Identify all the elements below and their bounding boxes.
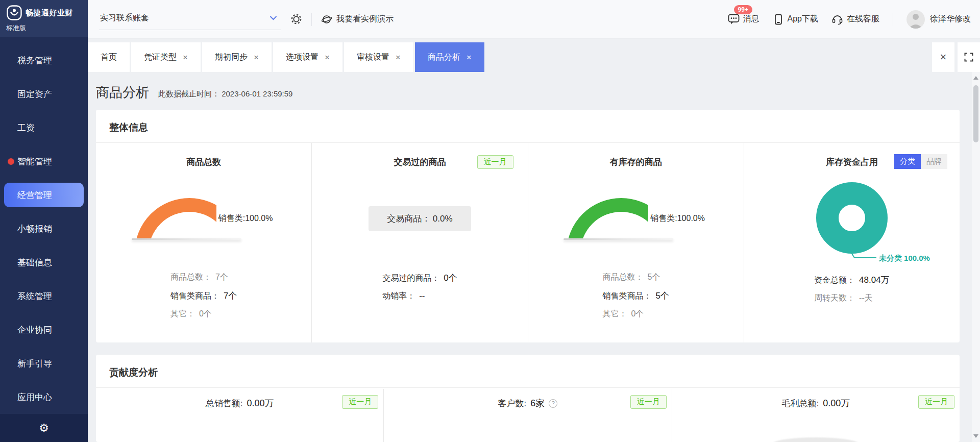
scrollbar-down-arrow[interactable] xyxy=(973,434,978,438)
tab-product-analysis[interactable]: 商品分析 × xyxy=(415,42,484,72)
toggle-category[interactable]: 分类 xyxy=(894,154,921,169)
account-name: 实习联系账套 xyxy=(100,13,149,23)
content: 商品分析 此数据截止时间： 2023-06-01 23:59:59 整体信息 商… xyxy=(88,72,980,442)
sidebar-item-tax[interactable]: 税务管理 xyxy=(0,43,88,77)
tab-close-icon[interactable]: × xyxy=(254,53,259,62)
topbar: 实习联系账套 我要看实例演示 xyxy=(88,0,980,39)
notification-dot xyxy=(8,158,14,165)
tabs: 首页 凭证类型 × 期初同步 × 选项设置 × 审核设置 × xyxy=(88,42,484,72)
col-total-sales: 总销售额: 0.00万 近一月 xyxy=(96,389,384,442)
online-service-button[interactable]: 在线客服 xyxy=(831,13,879,25)
tab-voucher-type[interactable]: 凭证类型 × xyxy=(131,42,201,72)
sidebar-item-app-center[interactable]: 应用中心 xyxy=(0,380,88,414)
help-icon[interactable]: ? xyxy=(549,399,557,408)
phone-icon xyxy=(773,14,784,25)
overview-panels: 商品总数 销售类:100.0% 商品总数：7个 销售类商品：7个 其它：0个 xyxy=(96,143,960,342)
chevron-down-icon xyxy=(270,16,277,20)
data-cutoff-timestamp: 此数据截止时间： 2023-06-01 23:59:59 xyxy=(158,86,292,99)
donut-callout: 未分类 100.0% xyxy=(846,247,930,261)
brand-logo-icon xyxy=(6,5,22,21)
sidebar-item-smart-management[interactable]: 智能管理 xyxy=(0,144,88,178)
gauge-baseline xyxy=(564,238,673,240)
globe-icon xyxy=(321,14,332,25)
sidebar-item-onboarding-guide[interactable]: 新手引导 xyxy=(0,347,88,380)
vertical-scrollbar[interactable] xyxy=(972,72,980,442)
tab-close-icon[interactable]: × xyxy=(396,53,401,62)
overview-section-title: 整体信息 xyxy=(96,110,960,134)
page-head: 商品分析 此数据截止时间： 2023-06-01 23:59:59 xyxy=(96,72,960,110)
headset-icon xyxy=(831,13,843,25)
panel-in-stock-products: 有库存的商品 销售类:100.0% 商品总数：5个 销售类商品：5个 其它：0个 xyxy=(528,143,744,342)
gauge-chart-total-products xyxy=(135,198,216,239)
traded-products-kpi-box: 交易商品： 0.0% xyxy=(369,206,471,231)
donut-chart-inventory-capital: 未分类 100.0% xyxy=(816,182,888,254)
sidebar-item-business-management[interactable]: 经营管理 xyxy=(4,183,84,207)
tab-close-icon[interactable]: × xyxy=(325,53,330,62)
gauge-baseline xyxy=(132,238,241,240)
sidebar-settings-gear-icon[interactable]: ⚙ xyxy=(39,422,49,434)
panel-inventory-capital: 库存资金占用 分类 品牌 未分类 100.0% xyxy=(744,143,960,342)
scrollbar-thumb[interactable] xyxy=(973,85,978,142)
cutoff-gauge-shadow xyxy=(772,437,859,442)
toggle-brand[interactable]: 品牌 xyxy=(921,154,947,169)
tab-close-icon[interactable]: × xyxy=(183,53,188,62)
section-divider xyxy=(96,387,960,388)
overview-card: 整体信息 商品总数 销售类:100.0% xyxy=(96,110,960,342)
messages-badge: 99+ xyxy=(734,5,752,14)
sidebar-item-enterprise-collab[interactable]: 企业协同 xyxy=(0,313,88,347)
tab-home[interactable]: 首页 xyxy=(88,42,130,72)
app-download-label: App下载 xyxy=(788,14,818,24)
tab-actions: × xyxy=(932,42,980,72)
panel-total-products: 商品总数 销售类:100.0% 商品总数：7个 销售类商品：7个 其它：0个 xyxy=(96,143,312,342)
page-title: 商品分析 xyxy=(96,84,149,102)
app-download-button[interactable]: App下载 xyxy=(773,14,818,25)
scrollbar-up-arrow[interactable] xyxy=(973,76,978,80)
brand-block: 畅捷通好业财 标准版 xyxy=(0,0,88,37)
fullscreen-button[interactable] xyxy=(958,42,980,72)
tab-close-icon[interactable]: × xyxy=(467,53,472,62)
col-gross-profit: 毛利总额: 0.00万 近一月 xyxy=(672,389,960,442)
sidebar-item-payroll[interactable]: 工资 xyxy=(0,111,88,144)
panel-traded-products: 交易过的商品 近一月 交易商品： 0.0% 交易过的商品：0个 动销率：-- xyxy=(312,143,528,342)
period-badge: 近一月 xyxy=(342,395,378,409)
sidebar: 畅捷通好业财 标准版 税务管理 固定资产 工资 智能管理 经营管理 小畅报销 基… xyxy=(0,0,88,442)
close-all-tabs-button[interactable]: × xyxy=(932,42,954,72)
main-area: 实习联系账套 我要看实例演示 xyxy=(88,0,980,442)
panel-stats: 商品总数：5个 销售类商品：5个 其它：0个 xyxy=(602,272,669,320)
settings-gear-icon[interactable] xyxy=(290,13,302,25)
category-brand-toggle: 分类 品牌 xyxy=(894,154,947,169)
contribution-columns: 总销售额: 0.00万 近一月 客户数: 6家 ? 近一月 xyxy=(96,389,960,442)
brand-edition: 标准版 xyxy=(6,23,84,33)
sidebar-item-system-management[interactable]: 系统管理 xyxy=(0,279,88,313)
tabbar: 首页 凭证类型 × 期初同步 × 选项设置 × 审核设置 × xyxy=(88,39,980,72)
tab-audit-settings[interactable]: 审核设置 × xyxy=(344,42,413,72)
fullscreen-icon xyxy=(964,53,973,62)
sidebar-item-base-info[interactable]: 基础信息 xyxy=(0,245,88,279)
online-service-label: 在线客服 xyxy=(847,14,879,24)
app-window: 畅捷通好业财 标准版 税务管理 固定资产 工资 智能管理 经营管理 小畅报销 基… xyxy=(0,0,980,442)
user-menu[interactable]: 徐泽华修改 xyxy=(906,10,971,29)
period-badge: 近一月 xyxy=(918,395,954,409)
gauge-label: 销售类:100.0% xyxy=(650,213,705,224)
topbar-right: 99+ 消息 xyxy=(728,10,971,29)
sidebar-item-expense[interactable]: 小畅报销 xyxy=(0,212,88,245)
demo-link-label: 我要看实例演示 xyxy=(336,14,394,24)
messages-button[interactable]: 99+ 消息 xyxy=(728,13,760,25)
sidebar-footer: ⚙ xyxy=(0,414,88,442)
topbar-divider xyxy=(311,13,312,26)
panel-stats: 交易过的商品：0个 动销率：-- xyxy=(382,272,457,302)
sidebar-item-fixed-assets[interactable]: 固定资产 xyxy=(0,77,88,111)
tab-initial-sync[interactable]: 期初同步 × xyxy=(202,42,272,72)
messages-label: 消息 xyxy=(743,14,760,24)
col-customer-count: 客户数: 6家 ? 近一月 xyxy=(384,389,672,442)
period-badge: 近一月 xyxy=(630,395,667,409)
tab-option-settings[interactable]: 选项设置 × xyxy=(273,42,342,72)
chat-bubble-icon xyxy=(728,13,740,25)
sidebar-menu: 税务管理 固定资产 工资 智能管理 经营管理 小畅报销 基础信息 系统管理 企业… xyxy=(0,37,88,414)
brand-name: 畅捷通好业财 xyxy=(26,8,73,18)
account-selector[interactable]: 实习联系账套 xyxy=(99,9,281,30)
donut-callout-label: 未分类 100.0% xyxy=(879,254,930,263)
user-name: 徐泽华修改 xyxy=(930,14,971,24)
contribution-card: 贡献度分析 总销售额: 0.00万 近一月 客户数: 6家 xyxy=(96,355,960,442)
demo-link[interactable]: 我要看实例演示 xyxy=(321,14,394,25)
